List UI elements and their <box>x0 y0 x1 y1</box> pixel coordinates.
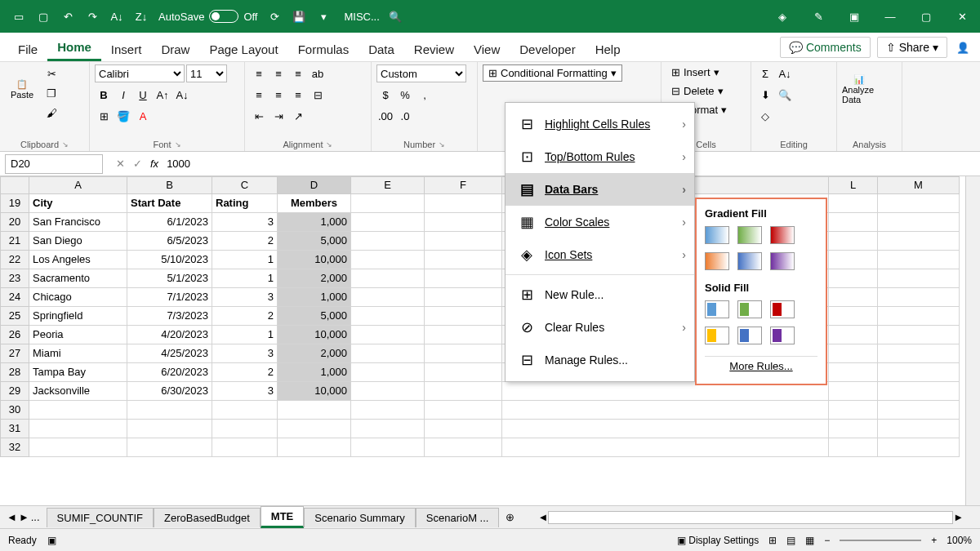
add-sheet-icon[interactable]: ⊕ <box>499 511 521 523</box>
sheet-tab-4[interactable]: Scenario Summary <box>304 508 416 527</box>
cell[interactable] <box>351 307 425 326</box>
save-icon[interactable]: 💾 <box>288 6 310 27</box>
cell[interactable]: 2 <box>212 363 278 382</box>
solid-yellow[interactable] <box>705 327 729 344</box>
cell[interactable]: San Diego <box>29 232 127 251</box>
zoom-out-icon[interactable]: − <box>824 535 830 546</box>
cell[interactable] <box>351 420 425 438</box>
border-icon[interactable]: ⊞ <box>95 107 113 125</box>
cell[interactable]: Peoria <box>29 326 127 344</box>
row-header[interactable]: 24 <box>0 288 29 307</box>
cell[interactable] <box>351 344 425 363</box>
merge-icon[interactable]: ⊟ <box>309 86 327 104</box>
horizontal-scrollbar[interactable]: ◄► <box>521 511 980 524</box>
cell[interactable]: 3 <box>212 213 278 232</box>
cf-clear-rules[interactable]: ⊘ Clear Rules › <box>506 311 694 344</box>
view-normal-icon[interactable]: ⊞ <box>768 535 777 546</box>
cell[interactable] <box>425 251 502 269</box>
cell[interactable] <box>425 420 502 438</box>
cell[interactable] <box>425 288 502 307</box>
cell[interactable] <box>878 438 960 457</box>
cell[interactable] <box>829 251 878 269</box>
cell[interactable]: 2 <box>212 232 278 251</box>
font-name-select[interactable]: Calibri <box>95 64 185 82</box>
cell[interactable] <box>878 401 960 420</box>
refresh-icon[interactable]: ⟳ <box>264 6 285 27</box>
sort-asc-icon[interactable]: A↓ <box>106 6 127 27</box>
cell[interactable] <box>502 420 829 438</box>
cell[interactable] <box>425 326 502 344</box>
col-header-a[interactable]: A <box>29 176 127 194</box>
solid-purple[interactable] <box>770 327 795 344</box>
font-dialog-icon[interactable]: ↘ <box>175 140 181 149</box>
cell[interactable]: San Francisco <box>29 213 127 232</box>
cf-new-rule[interactable]: ⊞ New Rule... <box>506 278 694 311</box>
tab-developer[interactable]: Developer <box>510 38 585 61</box>
comma-icon[interactable]: , <box>416 86 434 104</box>
cell[interactable]: Los Angeles <box>29 251 127 269</box>
cell[interactable] <box>127 420 212 438</box>
cell[interactable] <box>829 232 878 251</box>
col-header-b[interactable]: B <box>127 176 212 194</box>
cell[interactable] <box>351 213 425 232</box>
cell[interactable]: Jacksonville <box>29 382 127 401</box>
align-top-icon[interactable]: ≡ <box>250 64 268 82</box>
cell[interactable] <box>878 232 960 251</box>
pencil-icon[interactable]: ✎ <box>802 0 835 33</box>
cell[interactable] <box>29 420 127 438</box>
name-box[interactable]: D20 <box>5 154 103 174</box>
save-dropdown-icon[interactable]: ▾ <box>313 6 334 27</box>
cell[interactable] <box>829 363 878 382</box>
cell[interactable]: 1,000 <box>278 213 351 232</box>
tab-page-layout[interactable]: Page Layout <box>199 38 287 61</box>
row-header[interactable]: 25 <box>0 307 29 326</box>
cell[interactable]: 1 <box>212 269 278 288</box>
confirm-formula-icon[interactable]: ✓ <box>133 158 142 170</box>
tab-insert[interactable]: Insert <box>101 38 152 61</box>
cf-manage-rules[interactable]: ⊟ Manage Rules... <box>506 344 694 376</box>
fx-icon[interactable]: fx <box>150 158 158 170</box>
indent-right-icon[interactable]: ⇥ <box>270 107 287 125</box>
cell[interactable] <box>878 307 960 326</box>
maximize-icon[interactable]: ▢ <box>910 0 942 33</box>
tab-help[interactable]: Help <box>586 38 630 61</box>
close-icon[interactable]: ✕ <box>946 0 978 33</box>
cell[interactable]: 7/3/2023 <box>127 307 212 326</box>
align-center-icon[interactable]: ≡ <box>270 86 287 104</box>
cf-highlight-rules[interactable]: ⊟ Highlight Cells Rules › <box>506 108 694 140</box>
percent-icon[interactable]: % <box>396 86 414 104</box>
tab-file[interactable]: File <box>8 38 47 61</box>
row-header[interactable]: 31 <box>0 420 29 438</box>
currency-icon[interactable]: $ <box>376 86 394 104</box>
cell[interactable] <box>829 438 878 457</box>
cell[interactable] <box>829 288 878 307</box>
cell[interactable] <box>878 194 960 213</box>
cell[interactable]: 5/1/2023 <box>127 269 212 288</box>
sheet-nav-more[interactable]: ... <box>31 511 40 523</box>
alignment-dialog-icon[interactable]: ↘ <box>326 140 332 149</box>
cell[interactable] <box>425 363 502 382</box>
cell[interactable] <box>351 382 425 401</box>
open-icon[interactable]: ▢ <box>33 6 54 27</box>
col-header-m[interactable]: M <box>878 176 960 194</box>
cell[interactable] <box>829 194 878 213</box>
align-middle-icon[interactable]: ≡ <box>270 64 287 82</box>
clipboard-dialog-icon[interactable]: ↘ <box>62 140 69 149</box>
row-header[interactable]: 22 <box>0 251 29 269</box>
col-header-c[interactable]: C <box>212 176 278 194</box>
cell[interactable] <box>278 401 351 420</box>
cell[interactable]: 7/1/2023 <box>127 288 212 307</box>
cell[interactable]: 3 <box>212 344 278 363</box>
cell[interactable]: 10,000 <box>278 326 351 344</box>
cell[interactable]: Sacramento <box>29 269 127 288</box>
gradient-green[interactable] <box>737 226 762 244</box>
solid-blue[interactable] <box>705 300 729 318</box>
cell[interactable]: 5,000 <box>278 232 351 251</box>
cell[interactable] <box>829 344 878 363</box>
cell[interactable]: 1,000 <box>278 288 351 307</box>
solid-red[interactable] <box>770 300 795 318</box>
cell[interactable] <box>829 326 878 344</box>
italic-icon[interactable]: I <box>114 86 132 104</box>
cell[interactable]: City <box>29 194 127 213</box>
cell[interactable] <box>351 363 425 382</box>
